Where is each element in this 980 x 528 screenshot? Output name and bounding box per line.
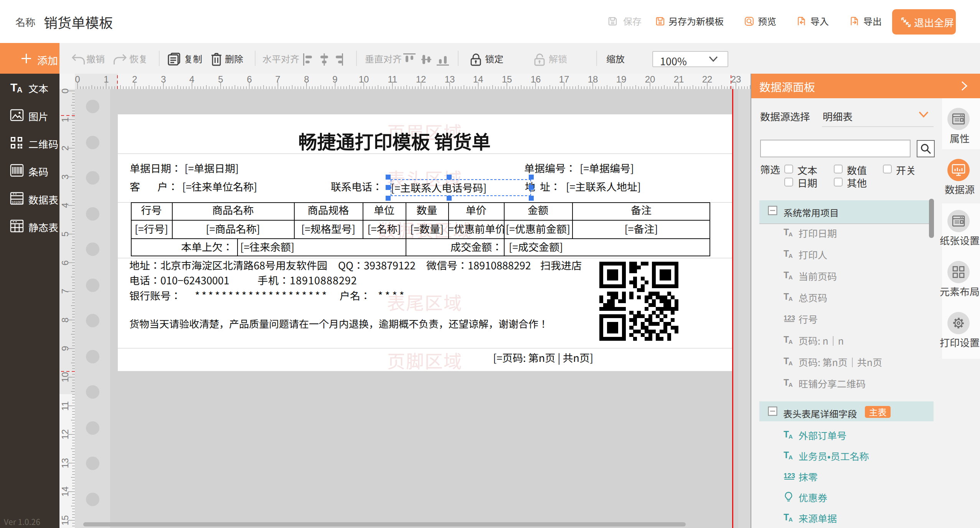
svg-text:A: A	[789, 360, 793, 366]
svg-text:A: A	[789, 516, 793, 522]
svg-text:T: T	[784, 335, 789, 345]
svg-text:T: T	[784, 292, 789, 302]
svg-text:A: A	[789, 295, 793, 302]
svg-text:T: T	[784, 356, 789, 366]
svg-text:T: T	[784, 450, 789, 460]
svg-text:T: T	[784, 270, 789, 280]
svg-text:A: A	[789, 381, 793, 388]
svg-text:123: 123	[784, 472, 795, 480]
svg-text:A: A	[789, 252, 793, 259]
svg-text:T: T	[784, 512, 789, 522]
svg-text:A: A	[789, 433, 793, 439]
svg-text:T: T	[784, 429, 789, 439]
svg-text:A: A	[789, 231, 793, 237]
svg-text:A: A	[789, 274, 793, 280]
svg-text:A: A	[789, 338, 793, 345]
svg-text:A: A	[789, 454, 793, 460]
svg-text:T: T	[784, 227, 789, 237]
svg-text:T: T	[784, 378, 789, 388]
svg-text:T: T	[784, 249, 789, 259]
svg-text:123: 123	[784, 314, 795, 322]
